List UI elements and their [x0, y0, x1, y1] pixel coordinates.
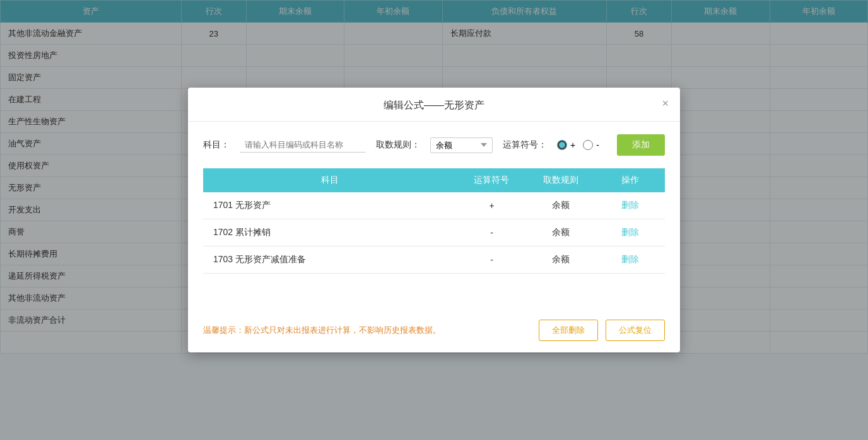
row2-operator: -: [457, 219, 527, 246]
formula-row-2: 1702 累计摊销 - 余额 删除: [203, 219, 665, 246]
row3-action: 删除: [595, 246, 665, 274]
radio-minus-label[interactable]: -: [583, 140, 599, 150]
radio-minus[interactable]: [583, 140, 593, 150]
modal-footer: 温馨提示：新公式只对未出报表进行计算，不影响历史报表数据。 全部删除 公式复位: [188, 312, 680, 352]
subject-label: 科目：: [203, 139, 230, 151]
row2-rule: 余额: [526, 219, 595, 246]
modal-header: 编辑公式——无形资产 ×: [188, 88, 680, 122]
row1-subject: 1701 无形资产: [203, 192, 457, 219]
row3-rule: 余额: [526, 246, 595, 274]
operator-radio-group: + -: [557, 140, 599, 150]
col-header-action: 操作: [595, 168, 665, 192]
operator-label: 运算符号：: [503, 139, 547, 151]
row1-operator: +: [457, 192, 527, 219]
delete-row3-button[interactable]: 删除: [621, 254, 639, 264]
row1-rule: 余额: [526, 192, 595, 219]
modal-close-button[interactable]: ×: [662, 98, 669, 109]
rule-select-wrap: 余额 借方 贷方 借方发生额 贷方发生额: [430, 137, 493, 153]
add-button[interactable]: 添加: [617, 134, 665, 156]
reset-formula-button[interactable]: 公式复位: [606, 320, 665, 341]
footer-tip: 温馨提示：新公式只对未出报表进行计算，不影响历史报表数据。: [203, 325, 441, 336]
formula-row-3: 1703 无形资产减值准备 - 余额 删除: [203, 246, 665, 274]
delete-all-button[interactable]: 全部删除: [539, 320, 598, 341]
modal-dialog: 编辑公式——无形资产 × 科目： 取数规则： 余额 借方 贷方 借方发生额 贷方…: [188, 88, 680, 352]
col-header-rule: 取数规则: [526, 168, 595, 192]
radio-plus-label[interactable]: +: [557, 140, 575, 150]
radio-plus-text: +: [570, 140, 575, 150]
footer-buttons: 全部删除 公式复位: [539, 320, 665, 341]
formula-table: 科目 运算符号 取数规则 操作 1701 无形资产 + 余额 删除: [203, 168, 665, 274]
col-header-operator: 运算符号: [457, 168, 527, 192]
delete-row2-button[interactable]: 删除: [621, 227, 639, 237]
formula-row-1: 1701 无形资产 + 余额 删除: [203, 192, 665, 219]
radio-minus-text: -: [596, 140, 599, 150]
modal-title: 编辑公式——无形资产: [384, 99, 484, 112]
modal-body: 科目： 取数规则： 余额 借方 贷方 借方发生额 贷方发生额 运算符号：: [188, 122, 680, 312]
row2-subject: 1702 累计摊销: [203, 219, 457, 246]
rule-select[interactable]: 余额 借方 贷方 借方发生额 贷方发生额: [430, 137, 493, 153]
modal-overlay: 编辑公式——无形资产 × 科目： 取数规则： 余额 借方 贷方 借方发生额 贷方…: [0, 0, 868, 440]
row2-action: 删除: [595, 219, 665, 246]
radio-plus[interactable]: [557, 140, 567, 150]
row1-action: 删除: [595, 192, 665, 219]
row3-operator: -: [457, 246, 527, 274]
form-row: 科目： 取数规则： 余额 借方 贷方 借方发生额 贷方发生额 运算符号：: [203, 134, 665, 156]
col-header-subject: 科目: [203, 168, 457, 192]
subject-input[interactable]: [240, 137, 366, 153]
rule-label: 取数规则：: [376, 139, 420, 151]
delete-row1-button[interactable]: 删除: [621, 200, 639, 210]
row3-subject: 1703 无形资产减值准备: [203, 246, 457, 274]
